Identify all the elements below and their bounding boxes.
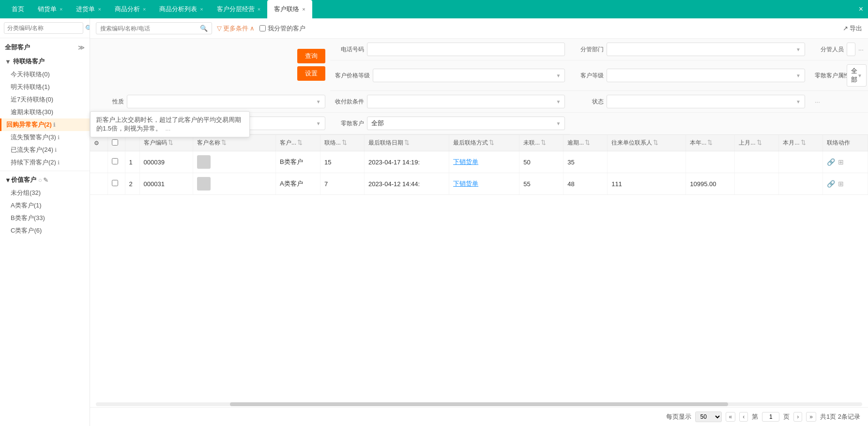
value-customers-edit-icon[interactable]: ✎ (43, 176, 48, 184)
export-button[interactable]: ↗ 导出 (843, 24, 862, 33)
nav-home[interactable]: 首页 (5, 0, 31, 18)
dept-select[interactable]: ▼ (607, 43, 805, 56)
col-history-contacts[interactable]: 往来单位联系人⇅ (608, 135, 686, 151)
cell-category-1: B类客户 (275, 151, 320, 173)
close-product-analysis-tab[interactable]: × (143, 6, 146, 12)
phone-input[interactable] (367, 43, 565, 56)
sidebar-item-declining[interactable]: 持续下滑客户(2) ℹ (0, 156, 90, 169)
action-grid-icon-1[interactable]: ⊞ (838, 158, 844, 166)
nav-customer-layer[interactable]: 客户分层经营 × (210, 0, 267, 18)
more-conditions-btn[interactable]: ▽ 更多条件 ∧ (217, 24, 255, 33)
sidebar-item-b-class[interactable]: B类客户(33) (0, 212, 90, 224)
sidebar-item-today[interactable]: 今天待联络(0) (0, 68, 90, 81)
col-category[interactable]: 客户...⇅ (275, 135, 320, 151)
sidebar-item-c-class[interactable]: C类客户(6) (0, 224, 90, 237)
col-uncontacted[interactable]: 未联...⇅ (519, 135, 563, 151)
manager-dots[interactable]: ··· (858, 46, 864, 53)
scatter-attr-select[interactable]: 全部 ▼ (847, 64, 867, 87)
col-last-contact-date[interactable]: 最后联络日期⇅ (364, 135, 449, 151)
lost-info-icon[interactable]: ℹ (55, 147, 57, 153)
col-settings[interactable]: ⚙ (90, 135, 107, 151)
select-all-checkbox[interactable] (112, 139, 118, 146)
col-name[interactable]: 客户名称⇅ (193, 135, 276, 151)
nav-product-list[interactable]: 商品分析列表 × (152, 0, 210, 18)
close-all-tabs[interactable]: × (859, 5, 863, 14)
col-this-year[interactable]: 本年...⇅ (686, 135, 735, 151)
sidebar-pending-group[interactable]: ▼ 待联络客户 (0, 55, 90, 68)
dept-arrow-icon: ▼ (796, 47, 801, 52)
col-this-month[interactable]: 本月...⇅ (779, 135, 823, 151)
action-link-icon-1[interactable]: 🔗 (827, 158, 835, 166)
sidebar-search-icon[interactable]: 🔍 (85, 25, 90, 32)
action-grid-icon-2[interactable]: ⊞ (838, 180, 844, 188)
filter-search-icon[interactable]: 🔍 (200, 25, 208, 32)
sidebar-item-ungrouped[interactable]: 未分组(32) (0, 187, 90, 199)
sidebar-item-a-class[interactable]: A类客户(1) (0, 199, 90, 212)
close-sales-tab[interactable]: × (60, 6, 62, 12)
sidebar-collapse-icon[interactable]: ≫ (78, 44, 85, 51)
expand-more-icon[interactable]: ··· (815, 98, 820, 105)
cell-last-date-2: 2023-04-12 14:44: (364, 173, 449, 195)
col-overdue[interactable]: 逾期...⇅ (563, 135, 608, 151)
query-button[interactable]: 查询 (297, 49, 325, 63)
sidebar-item-loss-warning[interactable]: 流失预警客户(3) ℹ (0, 131, 90, 144)
first-page-btn[interactable]: « (726, 412, 736, 422)
payment-select[interactable]: ▼ (367, 95, 565, 108)
page-number-input[interactable] (762, 412, 779, 422)
nav-customer-contact[interactable]: 客户联络 × (267, 0, 312, 18)
value-customers-circle-icon[interactable]: ○ (38, 176, 42, 184)
sidebar-search-input[interactable] (4, 22, 83, 34)
sidebar-item-7days[interactable]: 近7天待联络(0) (0, 93, 90, 106)
value-triangle-icon: ▼ (5, 176, 11, 184)
sidebar-item-tomorrow[interactable]: 明天待联络(1) (0, 81, 90, 93)
row-checkbox-2[interactable] (112, 180, 118, 186)
sidebar-item-abnormal[interactable]: 回购异常客户(2) ℹ (0, 118, 90, 131)
nav-purchase[interactable]: 进货单 × (69, 0, 107, 18)
filter-search-input[interactable] (100, 25, 198, 32)
manager-select[interactable] (847, 43, 855, 56)
top-nav: 首页 销货单 × 进货单 × 商品分析 × 商品分析列表 × 客户分层经营 × … (0, 0, 868, 18)
prev-page-btn[interactable]: ‹ (739, 412, 748, 422)
sidebar-all-customers[interactable]: 全部客户 ≫ (0, 40, 90, 55)
col-last-month[interactable]: 上月...⇅ (735, 135, 779, 151)
last-page-btn[interactable]: » (806, 412, 816, 422)
my-customers-checkbox[interactable] (259, 25, 266, 31)
nav-product-analysis[interactable]: 商品分析 × (108, 0, 152, 18)
col-actions: 联络动作 (823, 135, 868, 151)
next-page-btn[interactable]: › (793, 412, 802, 422)
col-contact-count[interactable]: 联络...⇅ (320, 135, 364, 151)
sidebar-search-area: 🔍 (0, 18, 90, 38)
sidebar-item-lost[interactable]: 已流失客户(24) ℹ (0, 144, 90, 156)
declining-info-icon[interactable]: ℹ (58, 160, 60, 166)
close-customer-contact-tab[interactable]: × (302, 6, 305, 12)
nature-select[interactable]: ▼ (127, 95, 325, 108)
filter-status: 状态 ▼ (570, 91, 810, 113)
customer-grade-select[interactable]: ▼ (607, 69, 805, 82)
scatter-customer-select[interactable]: 全部 ▼ (367, 117, 565, 130)
sidebar-divider (0, 171, 90, 171)
action-link-icon-2[interactable]: 🔗 (827, 180, 835, 188)
data-table: ⚙ 客户编码⇅ 客户名称⇅ 客户...⇅ 联络...⇅ 最后联络日期⇅ 最后联络… (90, 135, 868, 195)
abnormal-info-icon[interactable]: ℹ (53, 122, 55, 128)
status-select[interactable]: ▼ (607, 95, 805, 108)
table-horizontal-scrollbar[interactable] (96, 402, 862, 406)
row-checkbox-1[interactable] (112, 158, 118, 164)
sidebar: 🔍 全部客户 ≫ ▼ 待联络客户 今天待联络(0) 明天待联络(1) 近7天待联… (0, 18, 90, 426)
loss-warning-info-icon[interactable]: ℹ (58, 134, 60, 141)
close-purchase-tab[interactable]: × (98, 6, 101, 12)
scrollbar-thumb[interactable] (230, 402, 728, 406)
cell-thisyear-2: 10995.00 (686, 173, 735, 195)
table-row: 2 000031 A类客户 (90, 173, 868, 195)
filter-scatter-customer: 零散客户 全部 ▼ (330, 113, 570, 134)
nav-sales[interactable]: 销货单 × (31, 0, 69, 18)
cell-name-1 (193, 151, 276, 173)
col-code[interactable]: 客户编码⇅ (139, 135, 193, 151)
price-grade-select[interactable]: ▼ (373, 69, 565, 82)
col-last-contact-method[interactable]: 最后联络方式⇅ (449, 135, 519, 151)
sidebar-value-customers[interactable]: ▼ 价值客户 ○ ✎ (0, 173, 90, 187)
page-size-select[interactable]: 50 20 100 (695, 411, 722, 422)
sidebar-item-overdue[interactable]: 逾期未联络(30) (0, 106, 90, 118)
settings-button[interactable]: 设置 (297, 66, 325, 81)
close-product-list-tab[interactable]: × (200, 6, 203, 12)
close-customer-layer-tab[interactable]: × (258, 6, 260, 12)
